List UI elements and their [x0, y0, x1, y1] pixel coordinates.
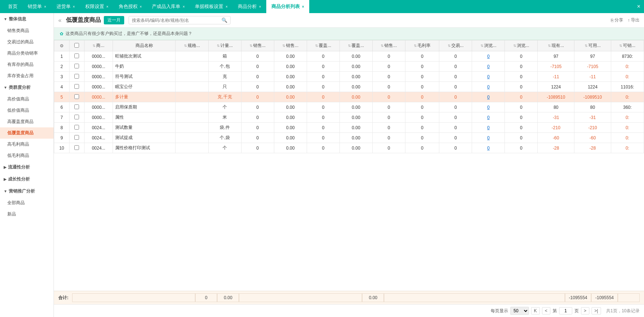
row-browse1[interactable]: 0 — [472, 92, 505, 102]
row-browse1[interactable]: 0 — [472, 133, 505, 143]
row-checkbox[interactable] — [69, 133, 84, 143]
row-select-checkbox[interactable] — [74, 145, 79, 150]
row-select-checkbox[interactable] — [74, 115, 79, 119]
sort-icon[interactable]: ⇅ — [217, 44, 220, 48]
sort-icon[interactable]: ⇅ — [282, 44, 285, 48]
sidebar-section-cluster[interactable]: ▼ 类群度分析 — [0, 82, 54, 94]
sidebar-item-sales-goods[interactable]: 销售类商品 — [0, 25, 54, 36]
close-icon[interactable]: × — [73, 5, 75, 9]
sidebar-item-all-goods[interactable]: 全部商品 — [0, 197, 54, 209]
row-select-checkbox[interactable] — [74, 104, 79, 109]
row-browse1[interactable]: 0 — [472, 123, 505, 133]
next-page-button[interactable]: > — [581, 307, 589, 314]
row-checkbox[interactable] — [69, 102, 84, 112]
sidebar-item-low-value[interactable]: 低价值商品 — [0, 105, 54, 116]
close-icon[interactable]: × — [106, 5, 109, 9]
row-browse1[interactable]: 0 — [472, 112, 505, 123]
row-select-checkbox[interactable] — [74, 64, 79, 68]
row-trade: 0 — [439, 92, 472, 102]
row-browse1[interactable]: 0 — [472, 102, 505, 112]
prev-page-button[interactable]: < — [542, 307, 550, 314]
close-icon[interactable]: × — [302, 5, 304, 9]
last-page-button[interactable]: >| — [592, 307, 601, 314]
row-checkbox[interactable] — [69, 112, 84, 123]
nav-tab-purchase[interactable]: 进货单 × — [51, 0, 80, 13]
row-checkbox[interactable] — [69, 82, 84, 92]
page-number-input[interactable] — [559, 307, 572, 314]
sort-icon[interactable]: ⇅ — [548, 44, 551, 48]
sidebar-item-category-rate[interactable]: 商品分类动销率 — [0, 48, 54, 59]
close-icon[interactable]: × — [259, 5, 261, 9]
share-button[interactable]: ⎘ 分享 — [611, 17, 623, 23]
sidebar-item-high-profit[interactable]: 高毛利商品 — [0, 139, 54, 150]
row-browse1[interactable]: 0 — [472, 51, 505, 62]
sort-icon[interactable]: ⇅ — [93, 44, 95, 48]
row-browse1[interactable]: 0 — [472, 82, 505, 92]
sort-icon[interactable]: ⇅ — [250, 44, 252, 48]
search-input[interactable] — [132, 18, 221, 23]
gear-icon[interactable]: ⚙ — [56, 43, 67, 48]
window-close-button[interactable]: × — [637, 3, 640, 10]
sidebar-item-low-profit[interactable]: 低毛利商品 — [0, 150, 54, 161]
sidebar-item-low-coverage[interactable]: 低覆盖度商品 — [0, 127, 54, 139]
row-browse1[interactable]: 0 — [472, 72, 505, 82]
sort-icon[interactable]: ⇅ — [448, 44, 451, 48]
nav-tab-sales[interactable]: 销货单 × — [23, 0, 51, 13]
row-select-checkbox[interactable] — [74, 54, 79, 58]
row-browse1[interactable]: 0 — [472, 62, 505, 72]
nav-tab-template[interactable]: 单据模板设置 × — [190, 0, 233, 13]
nav-tab-product-entry[interactable]: 产成品入库单 × — [147, 0, 190, 13]
th-trade: ⇅交易... — [439, 40, 472, 51]
row-checkbox[interactable] — [69, 51, 84, 62]
close-icon[interactable]: × — [44, 5, 46, 9]
sort-icon[interactable]: ⇅ — [348, 44, 351, 48]
row-name: 牛奶 — [113, 62, 176, 72]
row-browse1[interactable]: 0 — [472, 143, 505, 153]
close-icon[interactable]: × — [182, 5, 185, 9]
nav-tab-role[interactable]: 角色授权 × — [114, 0, 147, 13]
row-checkbox[interactable] — [69, 123, 84, 133]
row-sale-x: 0 — [372, 92, 405, 102]
sidebar-section-flow[interactable]: ▶ 流通性分析 — [0, 161, 54, 173]
sort-icon[interactable]: ⇅ — [619, 44, 622, 48]
select-all-checkbox[interactable] — [74, 43, 79, 48]
nav-tab-home[interactable]: 首页 — [3, 0, 23, 13]
sort-icon[interactable]: ⇅ — [381, 44, 384, 48]
sidebar-item-new-goods[interactable]: 新品 — [0, 209, 54, 220]
nav-tab-permission[interactable]: 权限设置 × — [80, 0, 114, 13]
sidebar-section-growth[interactable]: ▶ 成长性分析 — [0, 173, 54, 185]
row-checkbox[interactable] — [69, 143, 84, 153]
sidebar-item-stock-goods[interactable]: 有库存的商品 — [0, 59, 54, 70]
sidebar-toggle-button[interactable]: « — [58, 17, 62, 24]
sort-icon[interactable]: ⇅ — [480, 44, 483, 48]
row-checkbox[interactable] — [69, 92, 84, 102]
per-page-select[interactable]: 50 20 100 — [510, 307, 529, 315]
sort-icon[interactable]: ⇅ — [513, 44, 516, 48]
export-button[interactable]: ↑ 导出 — [628, 17, 640, 23]
row-num: 2 — [54, 62, 70, 72]
first-page-button[interactable]: K — [531, 307, 540, 314]
date-filter-button[interactable]: 近一月 — [104, 16, 124, 24]
row-gross: 0 — [405, 112, 439, 123]
row-checkbox[interactable] — [69, 72, 84, 82]
sidebar-item-high-coverage[interactable]: 高覆盖度商品 — [0, 116, 54, 127]
sidebar-item-high-value[interactable]: 高价值商品 — [0, 94, 54, 105]
row-select-checkbox[interactable] — [74, 94, 79, 99]
close-icon[interactable]: × — [225, 5, 228, 9]
row-select-checkbox[interactable] — [74, 74, 79, 79]
row-checkbox[interactable] — [69, 62, 84, 72]
sort-icon[interactable]: ⇅ — [585, 44, 588, 48]
sort-icon[interactable]: ⇅ — [184, 44, 187, 48]
row-select-checkbox[interactable] — [74, 135, 79, 140]
nav-tab-analysis[interactable]: 商品分析 × — [233, 0, 266, 13]
row-select-checkbox[interactable] — [74, 84, 79, 89]
sidebar-item-traded-goods[interactable]: 交易过的商品 — [0, 36, 54, 48]
sort-icon[interactable]: ⇅ — [315, 44, 318, 48]
sidebar-section-marketing[interactable]: ▼ 营销推广分析 — [0, 185, 54, 197]
sort-icon[interactable]: ⇅ — [414, 44, 417, 48]
row-select-checkbox[interactable] — [74, 125, 79, 130]
nav-tab-analysis-list[interactable]: 商品分析列表 × — [266, 0, 309, 13]
sidebar-section-overall[interactable]: ▼ 整体信息 — [0, 13, 54, 25]
close-icon[interactable]: × — [140, 5, 142, 9]
sidebar-item-stock-capital[interactable]: 库存资金占用 — [0, 70, 54, 82]
